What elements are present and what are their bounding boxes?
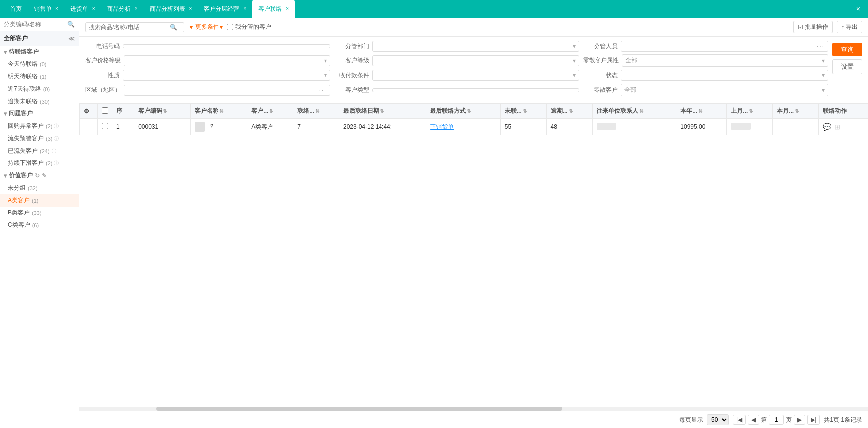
th-overdue[interactable]: 逾期...⇅: [546, 104, 593, 119]
select-all-checkbox[interactable]: [102, 107, 108, 114]
nav-tab-sales[interactable]: 销售单 ×: [28, 0, 64, 18]
th-last-date[interactable]: 最后联络日期⇅: [339, 104, 426, 119]
more-conditions-button[interactable]: ▼ 更多条件 ▾: [188, 23, 223, 31]
all-customers-header[interactable]: 全部客户 ≪: [0, 31, 79, 46]
nav-tab-customer-seg[interactable]: 客户分层经营 ×: [198, 0, 252, 18]
value-arrow-icon: ▾: [4, 172, 7, 179]
th-contact-person[interactable]: 往来单位联系人⇅: [593, 104, 676, 119]
th-action: 联络动作: [818, 104, 868, 119]
export-button[interactable]: ↑ 导出: [837, 21, 862, 33]
close-tab-sales[interactable]: ×: [55, 0, 58, 18]
filter-nature-input[interactable]: ▾: [123, 70, 330, 81]
filter-retail-customer-input[interactable]: 全部 ▾: [621, 84, 828, 96]
nav-tab-purchase[interactable]: 进货单 ×: [64, 0, 101, 18]
main-search-icon[interactable]: 🔍: [170, 24, 177, 31]
my-customers-checkbox-area[interactable]: 我分管的客户: [227, 23, 271, 31]
next-page-button[interactable]: ▶: [794, 415, 805, 425]
value-edit-icon[interactable]: ✎: [42, 172, 47, 179]
filter-dept-input[interactable]: ▾: [372, 41, 580, 52]
sidebar-item-repurchase-abnormal[interactable]: 回购异常客户 (2) ⓘ: [0, 120, 79, 132]
filter-region-input[interactable]: ···: [124, 85, 330, 96]
page-end-label: 页: [786, 416, 792, 424]
th-name[interactable]: 客户名称⇅: [191, 104, 247, 119]
settings-button[interactable]: 设置: [832, 59, 862, 74]
td-last-method[interactable]: 下销货单: [426, 119, 501, 135]
close-tab-analysis-list[interactable]: ×: [189, 0, 192, 18]
last-method-link[interactable]: 下销货单: [430, 123, 454, 130]
today-badge: (0): [40, 61, 46, 67]
dept-arrow-icon: ▾: [573, 43, 576, 50]
td-check[interactable]: [98, 119, 112, 135]
prev-page-button[interactable]: ◀: [748, 415, 759, 425]
sidebar-item-churn-warning[interactable]: 流失预警客户 (3) ⓘ: [0, 132, 79, 145]
sidebar-item-overdue[interactable]: 逾期未联络 (30): [0, 95, 79, 107]
filter-nature-label: 性质: [85, 71, 120, 80]
class-a-label: A类客户: [8, 196, 30, 205]
close-tab-analysis[interactable]: ×: [135, 0, 138, 18]
sidebar-item-churned[interactable]: 已流失客户 (24) ⓘ: [0, 145, 79, 157]
retail-attr-value: 全部: [625, 56, 637, 65]
th-last-month[interactable]: 上月...⇅: [727, 104, 773, 119]
th-gear[interactable]: ⚙: [80, 104, 98, 119]
sidebar-item-class-b[interactable]: B类客户 (33): [0, 207, 79, 219]
filter-region-field: 区域（地区） ···: [85, 84, 330, 96]
sidebar-item-class-c[interactable]: C类客户 (6): [0, 219, 79, 231]
nav-tab-analysis[interactable]: 商品分析 ×: [101, 0, 144, 18]
th-check[interactable]: [98, 104, 112, 119]
filter-phone-label: 电话号码: [85, 42, 120, 51]
th-level[interactable]: 客户...⇅: [247, 104, 293, 119]
filter-retail-attr-input[interactable]: 全部 ▾: [622, 54, 828, 67]
value-refresh-icon[interactable]: ↻: [35, 172, 40, 179]
filter-staff-input[interactable]: ···: [621, 41, 828, 52]
my-customers-checkbox[interactable]: [227, 24, 233, 30]
nav-home[interactable]: 首页: [4, 0, 28, 18]
first-page-button[interactable]: |◀: [733, 415, 746, 425]
filter-status-input[interactable]: ▾: [621, 70, 828, 81]
close-tab-customer-contact[interactable]: ×: [286, 0, 289, 18]
sidebar-search-input[interactable]: [4, 21, 65, 28]
unclassified-badge: (32): [28, 185, 38, 191]
horizontal-scrollbar[interactable]: [79, 407, 868, 411]
filter-payment-input[interactable]: ▾: [372, 70, 580, 81]
last-month-placeholder: [731, 123, 751, 130]
sidebar-item-tomorrow[interactable]: 明天待联络 (1): [0, 70, 79, 83]
sidebar-collapse-icon[interactable]: ≪: [68, 35, 75, 42]
class-a-badge: (1): [32, 198, 38, 204]
last-page-button[interactable]: ▶|: [807, 415, 820, 425]
horizontal-scrollbar-thumb[interactable]: [156, 407, 562, 411]
close-all-button[interactable]: ×: [852, 5, 864, 13]
chat-icon[interactable]: 💬: [823, 123, 831, 131]
sidebar-group-value: ▾ 价值客户 ↻ ✎: [0, 169, 79, 182]
page-number-input[interactable]: [769, 415, 784, 425]
th-seq: 序: [112, 104, 134, 119]
filter-phone-input[interactable]: [123, 44, 330, 48]
query-button[interactable]: 查询: [832, 43, 862, 56]
filter-price-level-input[interactable]: ▾: [124, 55, 330, 66]
th-this-year[interactable]: 本年...⇅: [676, 104, 727, 119]
per-page-select[interactable]: 50: [707, 414, 729, 425]
grid-icon[interactable]: ⊞: [834, 123, 840, 131]
row-checkbox[interactable]: [102, 123, 108, 129]
th-no-contact[interactable]: 未联...⇅: [500, 104, 546, 119]
sidebar-item-today[interactable]: 今天待联络 (0): [0, 58, 79, 70]
filter-customer-type-input[interactable]: [372, 88, 580, 92]
filter-staff-label: 分管人员: [583, 42, 618, 51]
close-tab-purchase[interactable]: ×: [92, 0, 95, 18]
th-contact-count[interactable]: 联络...⇅: [293, 104, 339, 119]
value-group-label: 价值客户: [9, 171, 33, 180]
filter-retail-attr-label: 零散客户属性: [583, 56, 619, 65]
nav-tab-customer-contact[interactable]: 客户联络 ×: [252, 0, 295, 18]
nav-tab-analysis-list[interactable]: 商品分析列表 ×: [144, 0, 198, 18]
sidebar-item-7days[interactable]: 近7天待联络 (0): [0, 83, 79, 95]
main-search-input[interactable]: [89, 24, 168, 31]
th-this-month[interactable]: 本月...⇅: [773, 104, 819, 119]
filter-customer-level-input[interactable]: ▾: [372, 55, 580, 66]
th-last-method[interactable]: 最后联络方式⇅: [426, 104, 501, 119]
batch-ops-button[interactable]: ☑ 批量操作: [793, 21, 833, 33]
sidebar-search-icon[interactable]: 🔍: [67, 21, 75, 28]
close-tab-customer-seg[interactable]: ×: [243, 0, 246, 18]
sidebar-item-class-a[interactable]: A类客户 (1): [0, 194, 79, 207]
sidebar-item-unclassified[interactable]: 未分组 (32): [0, 182, 79, 194]
sidebar-item-declining[interactable]: 持续下滑客户 (2) ⓘ: [0, 157, 79, 169]
th-code[interactable]: 客户编码⇅: [134, 104, 191, 119]
